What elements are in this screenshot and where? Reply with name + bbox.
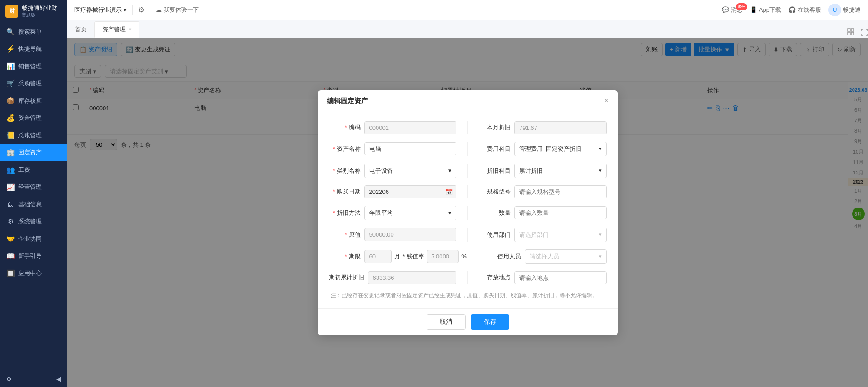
original-value-input[interactable] [364, 228, 457, 241]
sidebar-item-fixedassets[interactable]: 🏢 固定资产 [0, 144, 67, 161]
purchase-date-input[interactable] [364, 185, 457, 198]
tab-fullscreen-btn[interactable] [861, 29, 868, 38]
payroll-icon: 👥 [6, 166, 15, 174]
depr-subject-select[interactable]: 累计折旧 ▾ [514, 164, 607, 178]
residual-rate-input[interactable] [427, 250, 459, 263]
search-icon: 🔍 [6, 28, 15, 36]
modal-col-divider [467, 121, 468, 134]
sidebar-item-appcenter[interactable]: 🔲 应用中心 [0, 265, 67, 282]
sidebar-item-funds[interactable]: 💰 资金管理 [0, 109, 67, 127]
tabbar: 首页 资产管理 × [67, 20, 868, 38]
sidebar-bottom: ⚙ ◀ [0, 371, 67, 387]
sidebar-item-basicinfo[interactable]: 🗂 基础信息 [0, 196, 67, 213]
sidebar-item-payroll[interactable]: 👥 工资 [0, 161, 67, 179]
save-button[interactable]: 保存 [471, 314, 509, 330]
category-name-chevron-icon: ▾ [448, 167, 451, 174]
dept-label: 使用部门 [479, 231, 511, 239]
residual-rate-label: * 残值率 [403, 253, 425, 261]
spec-input[interactable] [514, 185, 607, 198]
download-btn[interactable]: 📱 App下载 [750, 6, 781, 14]
sidebar-item-system[interactable]: ⚙ 系统管理 [0, 213, 67, 230]
branch-chevron-icon: ▾ [124, 6, 127, 13]
person-select[interactable]: 请选择人员 ▾ [525, 249, 607, 264]
sidebar-item-enterprise[interactable]: 🤝 企业协同 [0, 230, 67, 248]
code-input[interactable] [364, 121, 457, 134]
svg-rect-2 [848, 32, 850, 35]
funds-icon: 💰 [6, 114, 15, 122]
cloud-icon: ☁ [156, 6, 162, 13]
sidebar-item-quicknav[interactable]: ⚡ 快捷导航 [0, 40, 67, 58]
quantity-input[interactable] [514, 206, 607, 219]
dept-select[interactable]: 请选择部门 ▾ [514, 228, 607, 242]
field-initial-depr: 期初累计折旧 [329, 271, 457, 284]
user-label: 畅捷通 [843, 6, 861, 14]
sidebar-item-purchase[interactable]: 🛒 采购管理 [0, 75, 67, 92]
svg-rect-3 [851, 32, 854, 35]
code-label: * 编码 [329, 124, 361, 132]
sidebar-item-search[interactable]: 🔍 搜索菜单 [0, 23, 67, 40]
depr-method-chevron-icon: ▾ [448, 209, 451, 216]
depr-method-select[interactable]: 年限平均 ▾ [364, 206, 457, 220]
residual-rate-unit: % [461, 253, 467, 260]
messages-btn[interactable]: 💬 消息 99+ [722, 6, 743, 14]
logo-icon: 财 [5, 5, 18, 18]
fixedassets-icon: 🏢 [6, 149, 15, 157]
cancel-button[interactable]: 取消 [427, 314, 466, 330]
purchase-date-label: * 购买日期 [329, 188, 361, 196]
sidebar-label-inventory: 库存核算 [18, 97, 42, 105]
asset-name-label: * 资产名称 [329, 145, 361, 153]
tab-assetmgmt[interactable]: 资产管理 × [94, 21, 139, 38]
sidebar-item-sales[interactable]: 📊 销售管理 [0, 58, 67, 75]
sidebar-item-operations[interactable]: 📈 经营管理 [0, 179, 67, 196]
sidebar-label-search: 搜索菜单 [18, 28, 42, 36]
location-input[interactable] [514, 271, 607, 284]
field-period: * 期限 月 * 残值率 % [329, 249, 467, 264]
experience-btn[interactable]: ☁ 我要体验一下 [156, 6, 199, 14]
basicinfo-icon: 🗂 [6, 200, 15, 208]
modal-body: * 编码 本月折旧 * [318, 112, 618, 308]
monthly-depr-label: 本月折旧 [479, 124, 511, 132]
topbar-divider [132, 5, 133, 15]
modal-row-2: * 资产名称 费用科目 管理费用_固定资产折旧 ▾ [329, 142, 607, 156]
field-location: 存放地点 [479, 271, 607, 284]
tab-home[interactable]: 首页 [67, 21, 94, 38]
topbar: 医疗器械行业演示 ▾ ⚙ ☁ 我要体验一下 💬 消息 99+ 📱 App下载 🎧… [67, 0, 868, 20]
sidebar-item-inventory[interactable]: 📦 库存核算 [0, 92, 67, 109]
sidebar-item-ledger[interactable]: 📒 总账管理 [0, 127, 67, 144]
field-asset-name: * 资产名称 [329, 142, 457, 156]
initial-depr-input[interactable] [368, 271, 457, 284]
user-btn[interactable]: U 畅捷通 [828, 4, 861, 16]
svg-rect-1 [851, 29, 854, 31]
sidebar-label-basicinfo: 基础信息 [18, 200, 42, 208]
original-value-label: * 原值 [329, 231, 361, 239]
service-btn[interactable]: 🎧 在线客服 [789, 6, 821, 14]
tab-expand-btn[interactable] [843, 28, 859, 38]
expense-subject-select[interactable]: 管理费用_固定资产折旧 ▾ [514, 142, 607, 156]
inventory-icon: 📦 [6, 97, 15, 105]
quicknav-icon: ⚡ [6, 45, 15, 53]
settings-bottom-icon[interactable]: ⚙ [6, 376, 12, 382]
topbar-divider2 [150, 5, 150, 15]
download-label: App下载 [759, 6, 781, 14]
modal-title: 编辑固定资产 [327, 97, 368, 105]
branch-name: 医疗器械行业演示 [74, 6, 122, 14]
collapse-icon[interactable]: ◀ [56, 376, 61, 382]
main-area: 医疗器械行业演示 ▾ ⚙ ☁ 我要体验一下 💬 消息 99+ 📱 App下载 🎧… [67, 0, 868, 387]
period-unit: 月 [394, 253, 400, 261]
calendar-icon: 📅 [446, 189, 453, 195]
topbar-settings-icon[interactable]: ⚙ [138, 5, 144, 14]
period-input[interactable] [364, 250, 392, 263]
ledger-icon: 📒 [6, 131, 15, 139]
asset-name-input[interactable] [364, 142, 457, 155]
branch-selector[interactable]: 医疗器械行业演示 ▾ [74, 6, 127, 14]
field-spec: 规格型号 [479, 185, 607, 198]
category-name-select[interactable]: 电子设备 ▾ [364, 164, 457, 178]
sidebar-label-quicknav: 快捷导航 [18, 45, 42, 53]
sidebar-item-guide[interactable]: 📖 新手引导 [0, 248, 67, 265]
sidebar-label-operations: 经营管理 [18, 183, 42, 191]
person-label: 使用人员 [489, 253, 521, 261]
tab-close-icon[interactable]: × [129, 26, 132, 33]
guide-icon: 📖 [6, 252, 15, 260]
modal-close-btn[interactable]: × [604, 97, 608, 105]
fullscreen-icon [861, 29, 868, 36]
